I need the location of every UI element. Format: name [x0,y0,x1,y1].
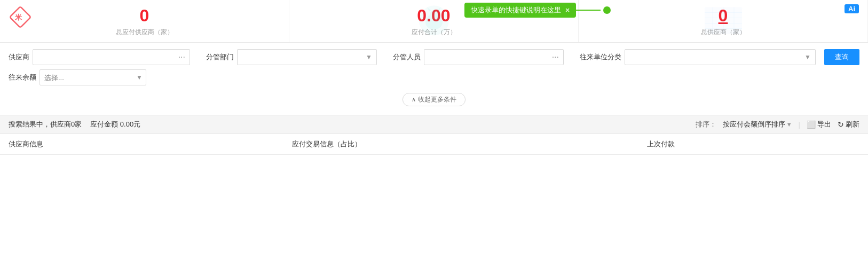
logo-diamond: 米 [9,5,32,30]
filter-row-1: 供应商 ··· 分管部门 ▼ 分管人员 ··· 往来单位分 [9,49,859,65]
results-summary: 搜索结果中，供应商0家 应付金额 0.00元 [9,120,140,129]
collapse-button[interactable]: ∧ 收起更多条件 [403,93,465,106]
manager-label: 分管人员 [393,52,421,62]
svg-text:米: 米 [14,13,22,21]
total-suppliers-label: 总供应商（家） [701,28,746,37]
balance-input[interactable] [44,74,134,82]
refresh-icon: ↻ [838,120,844,129]
table-content [0,155,868,272]
manager-input[interactable] [429,53,550,61]
department-input-wrapper[interactable]: ▼ [237,49,377,65]
collapse-row: ∧ 收起更多条件 [9,90,859,112]
department-filter: 分管部门 ▼ [206,49,377,65]
department-dropdown-arrow[interactable]: ▼ [366,53,372,61]
payable-amount-value: 0.00 [417,5,450,26]
stat-total-payable-suppliers: 米 0 总应付供应商（家） [0,0,289,42]
balance-filter: 往来余额 ▼ [9,69,190,85]
sort-dropdown-arrow[interactable]: ▼ [786,121,792,128]
query-button[interactable]: 查询 [824,49,859,65]
results-bar: 搜索结果中，供应商0家 应付金额 0.00元 排序： 按应付会额倒序排序 ▼ |… [0,115,868,134]
payable-suppliers-label: 总应付供应商（家） [116,28,173,37]
department-input[interactable] [242,53,364,61]
results-info: 搜索结果中，供应商0家 [9,120,82,129]
results-actions: 排序： 按应付会额倒序排序 ▼ | ⬜ 导出 ↻ 刷新 [696,120,859,129]
collapse-label: 收起更多条件 [418,95,456,104]
stats-bar: 米 0 总应付供应商（家） 0.00 应付合计（万） [0,0,868,43]
export-button[interactable]: ⬜ 导出 [807,120,831,129]
unit-category-input-wrapper[interactable]: ▼ [625,49,816,65]
manager-filter: 分管人员 ··· [393,49,564,65]
sort-label: 排序： [696,120,716,129]
department-label: 分管部门 [206,52,234,62]
sort-selector[interactable]: 按应付会额倒序排序 ▼ [723,120,792,129]
manager-input-wrapper[interactable]: ··· [424,49,564,65]
supplier-filter: 供应商 ··· [9,49,190,65]
balance-label: 往来余额 [9,73,36,82]
col-supplier-info: 供应商信息 [9,139,292,149]
collapse-icon: ∧ [412,96,416,103]
tooltip-close-button[interactable]: × [565,6,570,14]
balance-input-wrapper[interactable]: ▼ [40,69,146,85]
supplier-label: 供应商 [9,52,29,62]
export-label: 导出 [817,120,831,129]
unit-category-label: 往来单位分类 [580,52,621,62]
results-amount: 应付金额 0.00元 [90,120,140,129]
export-icon: ⬜ [807,120,816,129]
filter-section: 供应商 ··· 分管部门 ▼ 分管人员 ··· 往来单位分 [0,43,868,115]
refresh-button[interactable]: ↻ 刷新 [838,120,859,129]
table-header: 供应商信息 应付交易信息（占比） 上次付款 [0,134,868,155]
supplier-input-wrapper[interactable]: ··· [33,49,190,65]
stat-total-suppliers: 0 总供应商（家） Ai [579,0,868,42]
manager-ellipsis-btn[interactable]: ··· [552,52,559,62]
unit-category-input[interactable] [629,53,802,61]
balance-dropdown-arrow[interactable]: ▼ [136,74,143,81]
unit-category-dropdown-arrow[interactable]: ▼ [804,53,811,61]
unit-category-filter: 往来单位分类 ▼ [580,49,816,65]
col-transaction-info: 应付交易信息（占比） [292,139,646,149]
total-suppliers-count: 0 [719,5,728,26]
supplier-ellipsis-btn[interactable]: ··· [178,52,185,62]
sort-value-text: 按应付会额倒序排序 [723,120,785,129]
filter-row-2: 往来余额 ▼ [9,69,859,85]
quick-shortcut-tooltip: 快速录单的快捷键说明在这里 × [464,3,576,18]
refresh-label: 刷新 [846,120,859,129]
payable-suppliers-count: 0 [140,5,149,26]
ai-badge[interactable]: Ai [845,4,859,13]
tooltip-connector-dot [603,6,611,14]
payable-amount-label: 应付合计（万） [412,28,456,37]
tooltip-text: 快速录单的快捷键说明在这里 [471,5,561,15]
col-last-payment: 上次付款 [647,139,860,149]
supplier-input[interactable] [37,53,176,61]
